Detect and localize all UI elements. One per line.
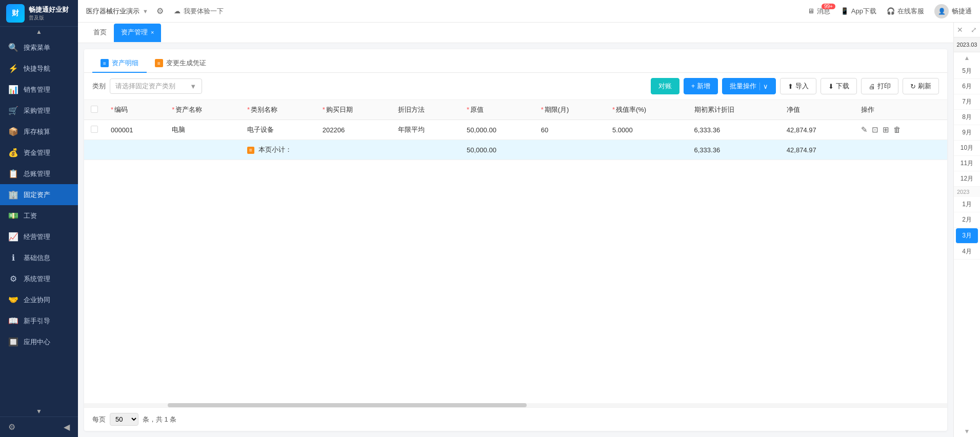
sidebar-item-search[interactable]: 🔍 搜索菜单	[0, 37, 78, 58]
logo-text: 畅捷通好业财 普及版	[29, 5, 69, 22]
refresh-button[interactable]: ↻ 刷新	[903, 78, 939, 94]
month-8[interactable]: 8月	[954, 110, 980, 125]
topbar: 医疗器械行业演示 ▼ ⚙ ☁ 我要体验一下 🖥 消息 99+ 📱 App下载 🎧…	[78, 0, 980, 23]
subtotal-label: 本页小计：	[258, 146, 292, 153]
app-download-button[interactable]: 📱 App下载	[841, 7, 876, 16]
per-page-select[interactable]: 50 100	[110, 413, 138, 426]
month-11[interactable]: 11月	[954, 156, 980, 171]
sidebar-item-fixed-assets[interactable]: 🏢 固定资产	[0, 184, 78, 205]
reconcile-label: 对账	[658, 82, 672, 91]
user-menu[interactable]: 👤 畅捷通	[934, 4, 972, 18]
sidebar-item-app-center[interactable]: 🔲 应用中心	[0, 331, 78, 352]
download-icon: ⬇	[828, 83, 834, 90]
sidebar-scroll-down[interactable]: ▼	[0, 406, 78, 416]
fixed-assets-icon: 🏢	[8, 190, 18, 200]
experience-button[interactable]: ☁ 我要体验一下	[174, 7, 224, 16]
filter-area: 类别 请选择固定资产类别 ▼	[92, 78, 202, 94]
month-7[interactable]: 7月	[954, 94, 980, 110]
inventory-icon: 📦	[8, 127, 18, 136]
batch-dropdown-arrow-icon[interactable]: ∨	[759, 83, 768, 90]
month-2023-1[interactable]: 1月	[954, 197, 980, 212]
delete-button[interactable]: 🗑	[893, 125, 901, 134]
tab-asset-management[interactable]: 资产管理 ×	[114, 24, 161, 42]
month-9[interactable]: 9月	[954, 125, 980, 141]
th-code: *编码	[105, 100, 166, 120]
more-button[interactable]: ⊞	[883, 125, 889, 134]
filter-select-arrow-icon: ▼	[190, 83, 196, 90]
sidebar-item-guide[interactable]: 📖 新手引导	[0, 310, 78, 331]
pagination: 每页 50 100 条，共 1 条	[84, 407, 947, 431]
month-10[interactable]: 10月	[954, 141, 980, 156]
tab-asset-label: 资产管理	[121, 28, 148, 37]
finance-icon: 💰	[8, 148, 18, 157]
sidebar-item-cooperation[interactable]: 🤝 企业协同	[0, 289, 78, 310]
table-scrollbar[interactable]	[84, 403, 947, 407]
message-badge: 99+	[822, 4, 835, 9]
month-6[interactable]: 6月	[954, 79, 980, 94]
experience-icon: ☁	[174, 7, 181, 15]
sidebar-scroll-up[interactable]: ▲	[0, 27, 78, 37]
sidebar-item-sales[interactable]: 📊 销售管理	[0, 79, 78, 100]
message-button[interactable]: 🖥 消息 99+	[808, 7, 830, 16]
sidebar-item-purchase[interactable]: 🛒 采购管理	[0, 100, 78, 121]
download-button[interactable]: ⬇ 下载	[821, 78, 857, 94]
table-wrap[interactable]: *编码 *资产名称 *类别名称 *购买日期 折旧方法 *原值 *期限(月) *残…	[84, 100, 947, 403]
topbar-settings-icon[interactable]: ⚙	[156, 6, 164, 16]
month-2023-2[interactable]: 2月	[954, 212, 980, 228]
company-selector[interactable]: 医疗器械行业演示 ▼	[86, 7, 148, 16]
sub-tab-asset-detail[interactable]: ≡ 资产明细	[92, 54, 147, 73]
tab-close-icon[interactable]: ×	[151, 29, 154, 35]
filter-label: 类别	[92, 82, 106, 91]
settings-bottom-icon[interactable]: ⚙	[8, 422, 15, 432]
tab-home[interactable]: 首页	[86, 24, 114, 42]
row-actions: ✎ ⊡ ⊞ 🗑	[855, 120, 947, 140]
tabs-bar: 首页 资产管理 ×	[78, 23, 953, 43]
sales-icon: 📊	[8, 85, 18, 94]
th-initial-accumulated: 期初累计折旧	[688, 100, 781, 120]
customer-service-button[interactable]: 🎧 在线客服	[887, 7, 924, 16]
sidebar-item-label: 新手引导	[24, 316, 50, 326]
sidebar-item-payroll[interactable]: 💵 工资	[0, 205, 78, 226]
payroll-icon: 💵	[8, 211, 18, 221]
logo-line2: 普及版	[29, 14, 69, 22]
sidebar-item-quicknav[interactable]: ⚡ 快捷导航	[0, 58, 78, 79]
row-initial-accumulated: 6,333.36	[688, 120, 781, 140]
print-button[interactable]: 🖨 打印	[861, 78, 898, 94]
sidebar-item-finance[interactable]: 💰 资金管理	[0, 142, 78, 163]
right-panel-scroll-down[interactable]: ▼	[954, 426, 980, 437]
sidebar: 财 畅捷通好业财 普及版 ▲ 🔍 搜索菜单 ⚡ 快捷导航 📊 销售管理 🛒 采购…	[0, 0, 78, 437]
print-icon: 🖨	[869, 83, 875, 90]
batch-button[interactable]: 批量操作 ∨	[722, 78, 776, 94]
row-checkbox[interactable]	[91, 126, 98, 133]
row-net-value: 42,874.97	[781, 120, 855, 140]
edit-button[interactable]: ✎	[861, 125, 868, 134]
sub-tabs: ≡ 资产明细 ≡ 变更生成凭证	[84, 49, 947, 73]
sidebar-item-basic-info[interactable]: ℹ 基础信息	[0, 247, 78, 268]
right-panel-close-icon[interactable]: ✕	[957, 26, 963, 34]
right-panel-scroll-up[interactable]: ▲	[954, 52, 980, 64]
subtotal-empty-6	[855, 140, 947, 160]
copy-button[interactable]: ⊡	[872, 125, 878, 134]
filter-select[interactable]: 请选择固定资产类别 ▼	[110, 78, 202, 94]
subtotal-empty-4	[535, 140, 606, 160]
sub-tab-change-voucher[interactable]: ≡ 变更生成凭证	[147, 54, 214, 73]
sidebar-item-ledger[interactable]: 📋 总账管理	[0, 163, 78, 184]
print-label: 打印	[877, 82, 891, 91]
select-all-checkbox[interactable]	[91, 106, 98, 113]
sidebar-item-operations[interactable]: 📈 经营管理	[0, 226, 78, 247]
right-panel-expand-icon[interactable]: ⤢	[971, 26, 977, 34]
sidebar-item-inventory[interactable]: 📦 库存核算	[0, 121, 78, 142]
month-5[interactable]: 5月	[954, 64, 980, 79]
sidebar-item-system[interactable]: ⚙ 系统管理	[0, 268, 78, 289]
month-2023-3[interactable]: 3月	[956, 228, 978, 244]
import-button[interactable]: ⬆ 导入	[780, 78, 816, 94]
sidebar-item-label: 资金管理	[24, 148, 50, 157]
basic-info-icon: ℹ	[8, 253, 18, 263]
year-2023-label: 2023	[954, 187, 980, 197]
reconcile-button[interactable]: 对账	[651, 78, 679, 94]
month-2023-4[interactable]: 4月	[954, 244, 980, 260]
collapse-sidebar-icon[interactable]: ◀	[64, 422, 70, 432]
subtotal-row: ≡ 本页小计： 50,000.00 6,333.36 42,874.97	[84, 140, 947, 160]
add-button[interactable]: + 新增	[684, 78, 718, 94]
month-12[interactable]: 12月	[954, 171, 980, 187]
